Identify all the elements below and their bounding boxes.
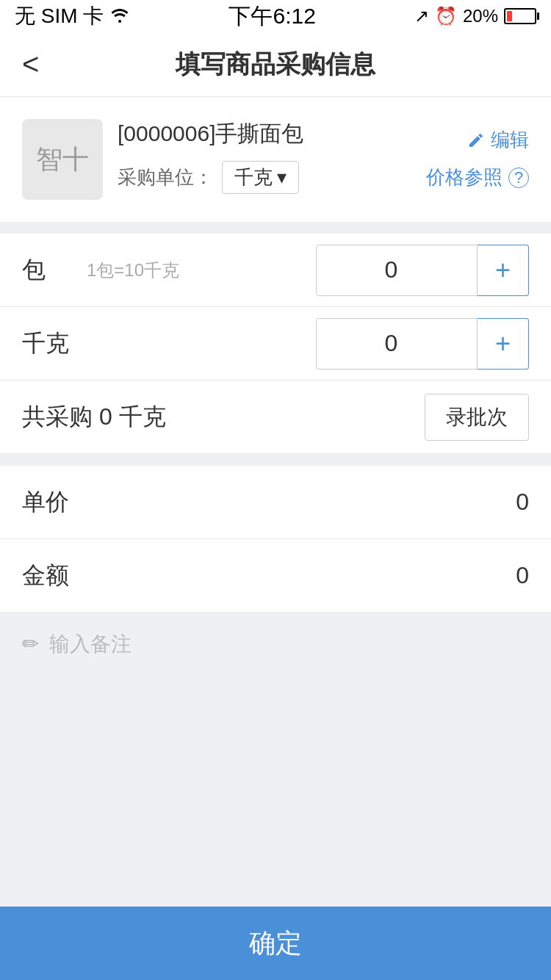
nav-bar: < 填写商品采购信息 (0, 32, 551, 97)
unit-selector[interactable]: 千克 ▾ (222, 161, 299, 194)
no-sim-text: 无 SIM 卡 (15, 2, 104, 30)
kg-plus-button[interactable]: + (478, 318, 529, 370)
price-ref-button[interactable]: 价格参照 ? (426, 165, 529, 190)
record-batch-button[interactable]: 录批次 (425, 394, 529, 441)
amount-row: 金额 0 (0, 539, 551, 613)
confirm-button[interactable]: 确定 (0, 907, 551, 980)
location-icon: ↗ (414, 6, 429, 26)
notes-area[interactable]: ✏ 输入备注 (0, 613, 551, 701)
product-name: [0000006]手撕面包 (118, 119, 303, 149)
alarm-icon: ⏰ (435, 6, 457, 26)
quantity-row-kg: 千克 + (0, 307, 551, 381)
kg-input[interactable] (316, 318, 478, 370)
pencil-icon: ✏ (22, 632, 39, 656)
notes-placeholder: 输入备注 (49, 630, 132, 658)
divider-1 (0, 222, 551, 234)
status-left: 无 SIM 卡 (15, 2, 130, 30)
bag-label: 包 (22, 254, 81, 287)
divider-2 (0, 454, 551, 466)
bag-plus-button[interactable]: + (478, 245, 529, 296)
wifi-icon (109, 4, 130, 28)
back-button[interactable]: < (22, 48, 66, 81)
unit-price-value: 0 (516, 489, 529, 516)
unit-label: 采购单位： (118, 165, 213, 190)
battery-fill (507, 11, 512, 21)
unit-price-row: 单价 0 (0, 466, 551, 539)
unit-price-label: 单价 (22, 486, 69, 519)
battery-percent: 20% (463, 6, 498, 26)
edit-button[interactable]: 编辑 (467, 127, 529, 153)
product-info: [0000006]手撕面包 编辑 采购单位： 千克 ▾ 价格参照 ? (118, 119, 529, 194)
bag-input-wrap: + (316, 245, 529, 296)
amount-value: 0 (516, 562, 529, 589)
kg-label: 千克 (22, 328, 81, 360)
quantity-row-bag: 包 1包=10千克 + (0, 234, 551, 307)
product-logo: 智十 (36, 146, 89, 173)
status-right: ↗ ⏰ 20% (414, 6, 536, 26)
page-title: 填写商品采购信息 (176, 48, 375, 82)
product-unit-row: 采购单位： 千克 ▾ 价格参照 ? (118, 161, 529, 194)
product-card: 智十 [0000006]手撕面包 编辑 采购单位： 千克 ▾ 价格参照 ? (0, 97, 551, 222)
chevron-down-icon: ▾ (277, 166, 287, 189)
amount-label: 金额 (22, 560, 69, 592)
help-icon: ? (508, 167, 529, 188)
bag-sublabel: 1包=10千克 (87, 259, 179, 282)
battery-icon (504, 8, 536, 24)
summary-row: 共采购 0 千克 录批次 (0, 381, 551, 454)
product-image: 智十 (22, 119, 103, 200)
summary-text: 共采购 0 千克 (22, 401, 166, 433)
kg-input-wrap: + (316, 318, 529, 370)
status-bar: 无 SIM 卡 下午6:12 ↗ ⏰ 20% (0, 0, 551, 32)
bag-input[interactable] (316, 245, 478, 296)
status-time: 下午6:12 (228, 1, 315, 32)
